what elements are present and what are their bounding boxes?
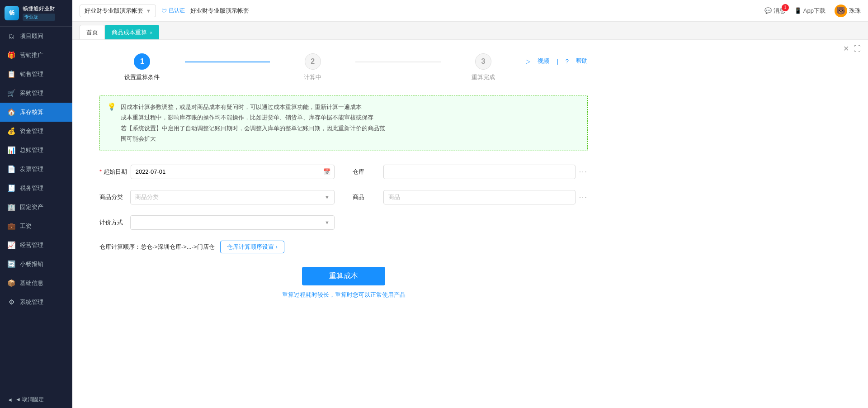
pricing-field: 计价方式 ▼ [99, 215, 335, 230]
avatar: 🐻 [835, 5, 847, 17]
system-icon: ⚙ [7, 298, 15, 306]
sidebar-item-finance[interactable]: 💰 资金管理 [0, 122, 72, 141]
step-1-number: 1 [140, 57, 144, 66]
start-date-input[interactable] [131, 168, 320, 175]
submit-button[interactable]: 重算成本 [302, 267, 385, 285]
content-inner: 1 设置重算条件 2 计算中 3 [72, 40, 615, 313]
notice-line3: 若【系统设置】中启用了自动调整记账日期时，会调整入库单的整单记账日期，因此重新计… [121, 123, 385, 133]
sales-icon: 📋 [7, 70, 15, 78]
shield-icon: 🛡 [161, 8, 167, 14]
tab-active-label: 商品成本重算 [112, 28, 147, 37]
goods-label: 商品 [353, 193, 380, 201]
sidebar-item-label: 资金管理 [20, 127, 43, 135]
form-row-1: 起始日期 📅 仓库 ··· [99, 165, 588, 179]
unpin-label: ◄ 取消固定 [15, 396, 44, 403]
sidebar-brand-info: 畅捷通好业财 专业版 [23, 5, 55, 21]
expense-icon: 🔄 [7, 260, 15, 268]
chevron-down-icon: ▼ [325, 195, 330, 200]
calendar-icon[interactable]: 📅 [320, 168, 334, 175]
sidebar-item-accounting[interactable]: 📊 总账管理 [0, 141, 72, 160]
mobile-icon: 📱 [794, 7, 802, 14]
accounting-icon: 📊 [7, 146, 15, 154]
warehouse-input[interactable] [383, 165, 576, 179]
warehouse-more-icon[interactable]: ··· [579, 168, 588, 176]
warehouse-seq-button[interactable]: 仓库计算顺序设置 › [220, 241, 284, 253]
message-badge: 1 [782, 4, 789, 11]
operations-icon: 📈 [7, 241, 15, 249]
marketing-icon: 🎁 [7, 51, 15, 59]
sidebar-item-purchase[interactable]: 🛒 采购管理 [0, 84, 72, 103]
submit-area: 重算成本 重算过程耗时较长，重算时您可以正常使用产品 [99, 267, 588, 299]
step-2-label: 计算中 [304, 73, 321, 81]
warning-icon: 💡 [107, 102, 116, 144]
sidebar-item-marketing[interactable]: 🎁 营销推广 [0, 46, 72, 65]
help-label[interactable]: 帮助 [576, 57, 588, 65]
category-select[interactable]: 商品分类 ▼ [130, 190, 335, 204]
message-button[interactable]: 💬 消息 1 [764, 7, 785, 15]
assets-icon: 🏢 [7, 203, 15, 211]
step-1-label: 设置重算条件 [124, 73, 160, 81]
tabs-bar: 首页 商品成本重算 × [72, 22, 868, 40]
tab-home-label: 首页 [86, 28, 98, 37]
sidebar-item-label: 工资 [20, 222, 32, 230]
sidebar-item-tax[interactable]: 🧾 税务管理 [0, 179, 72, 198]
category-placeholder: 商品分类 [135, 193, 323, 201]
notice-line2: 成本重算过程中，影响库存账的操作均不能操作，比如进货单、销货单、库存单据不能审核… [121, 112, 385, 123]
sidebar-item-label: 固定资产 [20, 203, 43, 211]
tab-home[interactable]: 首页 [80, 25, 105, 39]
sidebar-brand-name: 畅捷通好业财 [23, 5, 55, 13]
sidebar-item-label: 销售管理 [20, 70, 43, 78]
warehouse-label: 仓库 [353, 168, 380, 176]
sidebar-item-assets[interactable]: 🏢 固定资产 [0, 198, 72, 217]
sidebar: 畅 畅捷通好业财 专业版 🗂 项目顾问 🎁 营销推广 📋 销售管理 🛒 采购管理… [0, 0, 72, 408]
purchase-icon: 🛒 [7, 89, 15, 97]
username-label: 珠珠 [849, 7, 861, 15]
basic-icon: 📦 [7, 279, 15, 287]
sidebar-item-label: 项目顾问 [20, 32, 43, 40]
step-2: 2 计算中 [270, 53, 355, 81]
sidebar-item-salary[interactable]: 💼 工资 [0, 217, 72, 236]
pricing-select[interactable]: ▼ [130, 215, 335, 230]
verified-text: 已认证 [169, 7, 185, 14]
sidebar-item-project[interactable]: 🗂 项目顾问 [0, 27, 72, 46]
step-3-number: 3 [481, 57, 486, 66]
sidebar-item-sales[interactable]: 📋 销售管理 [0, 65, 72, 84]
tab-close-icon[interactable]: × [150, 30, 152, 35]
sidebar-item-inventory[interactable]: 🏠 库存核算 [0, 103, 72, 122]
category-label: 商品分类 [99, 193, 127, 201]
start-date-label: 起始日期 [99, 168, 127, 176]
sidebar-item-expense[interactable]: 🔄 小畅报销 [0, 255, 72, 274]
topbar: 好业财专业版演示帐套 ▼ 🛡 已认证 好业财专业版演示帐套 💬 消息 1 📱 A… [72, 0, 868, 22]
message-icon: 💬 [764, 7, 772, 14]
sidebar-item-label: 营销推广 [20, 51, 43, 59]
step-3-label: 重算完成 [472, 73, 495, 81]
close-button[interactable]: ✕ [843, 44, 849, 53]
main-area: 好业财专业版演示帐套 ▼ 🛡 已认证 好业财专业版演示帐套 💬 消息 1 📱 A… [72, 0, 868, 408]
form-row-2: 商品分类 商品分类 ▼ 商品 商品 ··· [99, 190, 588, 204]
sidebar-item-invoice[interactable]: 📄 发票管理 [0, 160, 72, 179]
goods-input[interactable]: 商品 [383, 190, 576, 204]
video-icon: ▷ [526, 58, 530, 65]
sidebar-unpin-button[interactable]: ◄ ◄ 取消固定 [0, 391, 72, 408]
company-selector[interactable]: 好业财专业版演示帐套 ▼ [80, 5, 156, 17]
user-menu[interactable]: 🐻 珠珠 [835, 5, 861, 17]
sidebar-item-basic[interactable]: 📦 基础信息 [0, 274, 72, 293]
sidebar-item-system[interactable]: ⚙ 系统管理 [0, 293, 72, 312]
step-2-number: 2 [311, 57, 315, 66]
tab-recalculate[interactable]: 商品成本重算 × [105, 25, 159, 39]
form-row-3: 计价方式 ▼ [99, 215, 588, 230]
video-label[interactable]: 视频 [538, 57, 549, 65]
warehouse-seq-label: 仓库计算顺序：总仓->深圳仓库->...->门店仓 [99, 243, 215, 251]
step-1: 1 设置重算条件 [99, 53, 185, 81]
start-date-input-wrapper[interactable]: 📅 [131, 165, 335, 179]
sidebar-item-label: 经营管理 [20, 241, 43, 249]
sidebar-header: 畅 畅捷通好业财 专业版 [0, 0, 72, 27]
maximize-button[interactable]: ⛶ [854, 45, 861, 53]
sidebar-item-operations[interactable]: 📈 经营管理 [0, 236, 72, 255]
goods-more-icon[interactable]: ··· [579, 193, 588, 201]
unpin-icon: ◄ [7, 397, 13, 403]
salary-icon: 💼 [7, 222, 15, 230]
app-download-button[interactable]: 📱 App下载 [794, 7, 826, 15]
sidebar-logo: 畅 [5, 6, 19, 20]
company-selector-text: 好业财专业版演示帐套 [85, 7, 143, 15]
